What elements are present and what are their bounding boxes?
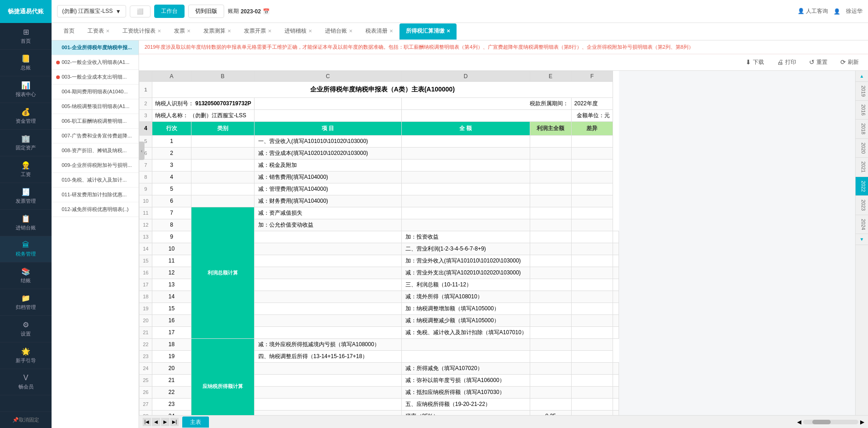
sidebar-item-finance[interactable]: 💰 资金管理: [0, 103, 52, 130]
line-number: 11: [152, 255, 191, 267]
left-panel-item-004[interactable]: 004-期间费用明细表(A1040...: [52, 85, 139, 99]
refresh-button[interactable]: ⟳ 刷新: [837, 57, 862, 68]
sidebar-item-settings[interactable]: ⚙ 设置: [0, 316, 52, 342]
download-icon: ⬇: [746, 58, 751, 66]
tab-invoice[interactable]: 发票 ✕: [168, 23, 197, 40]
reset-button[interactable]: ↺ 重置: [805, 57, 831, 68]
close-tab-purchase-audit[interactable]: ✕: [308, 29, 312, 34]
year-item-2020[interactable]: 2020: [856, 139, 868, 158]
close-tab-salary-stats[interactable]: ✕: [157, 29, 161, 34]
scroll-thumb[interactable]: [812, 420, 831, 424]
sidebar-item-label: 进销台账: [16, 224, 36, 231]
close-tab-invoice-open[interactable]: ✕: [268, 29, 272, 34]
service-btn[interactable]: 👤 人工客询: [798, 7, 828, 15]
sidebar-item-guide[interactable]: 🌟 新手引导: [0, 342, 52, 369]
sidebar-item-member[interactable]: V 畅会员: [0, 369, 52, 395]
left-panel-item-002[interactable]: 002-一般企业收入明细表(A1...: [52, 55, 139, 70]
sidebar-item-sales[interactable]: 📋 进销台账: [0, 210, 52, 236]
category-cell-empty: [254, 326, 401, 338]
tab-salary[interactable]: 工资表 ✕: [81, 23, 116, 40]
sheet-first-btn[interactable]: |◀: [143, 418, 151, 426]
item-cell: 税率（25%）: [401, 410, 530, 415]
year-item-2021[interactable]: 2021: [856, 158, 868, 177]
profit-cell: [571, 279, 613, 291]
close-tab-salary[interactable]: ✕: [106, 29, 110, 34]
year-item-2019[interactable]: 2019: [856, 82, 868, 101]
profit-cell: [571, 410, 613, 415]
close-tab-tax-forms[interactable]: ✕: [389, 29, 393, 34]
year-item-2022[interactable]: 2022: [856, 177, 868, 196]
year-scroll-down[interactable]: ▼: [856, 234, 868, 245]
switch-old-button[interactable]: 切到旧版: [188, 5, 224, 18]
tab-purchase-ledger[interactable]: 进销台账 ✕: [318, 23, 359, 40]
tab-home[interactable]: 首页: [57, 23, 81, 40]
workspace-button[interactable]: 工作台: [154, 5, 185, 18]
sidebar-item-salary[interactable]: 👷 工资: [0, 156, 52, 183]
close-tab-income-tax[interactable]: ✕: [446, 29, 450, 34]
print-button[interactable]: 🖨 打印: [773, 57, 800, 68]
tax-period-label: 税款所属期间：: [401, 97, 571, 109]
year-item-2018[interactable]: 2018: [856, 120, 868, 138]
sidebar-footer-pin[interactable]: 📌 取消固定: [0, 411, 52, 428]
row-num-1: 1: [139, 81, 152, 97]
left-panel-item-009[interactable]: 009-企业所得税附加补亏损明...: [52, 158, 139, 173]
item-cell: 减：纳税调整减少额（填写A105000）: [401, 314, 530, 326]
close-tab-invoice-calc[interactable]: ✕: [227, 29, 231, 34]
left-panel-item-010[interactable]: 010-免税、减计收入及加计...: [52, 173, 139, 188]
bottom-tab-main[interactable]: 主表: [182, 417, 209, 428]
left-panel-item-007[interactable]: 007-广告费和业务宣传费超降...: [52, 129, 139, 143]
left-panel-item-006[interactable]: 006-职工薪酬纳税调整明细...: [52, 114, 139, 129]
left-panel-item-008[interactable]: 008-资产折旧、摊销及纳税...: [52, 143, 139, 158]
sidebar-item-reports[interactable]: 📊 报表中心: [0, 76, 52, 103]
diff-cell: [571, 219, 613, 231]
tab-invoice-calc[interactable]: 发票测算 ✕: [197, 23, 237, 40]
year-item-2023[interactable]: 2023: [856, 196, 868, 215]
tab-income-tax[interactable]: 所得税汇算清缴 ✕: [399, 23, 457, 40]
download-button[interactable]: ⬇ 下载: [742, 57, 768, 68]
category-cell-empty: [254, 362, 401, 374]
sheet-last-btn[interactable]: ▶|: [170, 418, 179, 426]
left-panel-item-005[interactable]: 005-纳税调整项目明细表(A1...: [52, 99, 139, 114]
tab-invoice-open[interactable]: 发票开票 ✕: [237, 23, 278, 40]
profit-cell: [571, 267, 613, 279]
panel-toggle-button[interactable]: ‹: [139, 142, 145, 160]
sheet-next-btn[interactable]: ▶: [161, 418, 169, 426]
tab-salary-stats[interactable]: 工资统计报表 ✕: [116, 23, 168, 40]
amount-cell: 0.25: [530, 410, 571, 415]
left-panel-item-001[interactable]: 001-企业所得税年度纳税申报...: [52, 40, 139, 55]
left-panel-item-003[interactable]: 003-一般企业成本支出明细...: [52, 70, 139, 85]
sheet-prev-btn[interactable]: ◀: [152, 418, 160, 426]
tab-tax-forms[interactable]: 税表清册 ✕: [359, 23, 399, 40]
sidebar-item-assets[interactable]: 🏢 固定资产: [0, 130, 52, 156]
sidebar-item-tax[interactable]: 🏛 税务管理: [0, 236, 52, 263]
scroll-right-icon[interactable]: ▶: [860, 419, 864, 425]
year-scroll-up[interactable]: ▲: [856, 71, 868, 82]
sidebar-item-home[interactable]: ⊞ 首页: [0, 23, 52, 50]
left-panel-item-011[interactable]: 011-研发费用加计扣除优惠...: [52, 188, 139, 202]
status-dot-008: [56, 149, 60, 153]
tab-purchase-audit[interactable]: 进销稽核 ✕: [278, 23, 318, 40]
amount-cell: [401, 171, 530, 183]
year-item-2024[interactable]: 2024: [856, 215, 868, 234]
profit-cell: [571, 386, 613, 398]
scroll-bar-horizontal[interactable]: [803, 420, 858, 424]
table-row: 2218应纳税所得额计算减：境外应税所得抵减境内亏损（填写A108000）: [139, 338, 619, 350]
sidebar-item-archive[interactable]: 📁 归档管理: [0, 289, 52, 316]
close-tab-purchase-ledger[interactable]: ✕: [349, 29, 353, 34]
table-row: 84减：销售费用(填写A104000): [139, 171, 619, 183]
calendar-icon[interactable]: 📅: [263, 8, 270, 15]
copy-button[interactable]: ⬜: [130, 6, 150, 17]
table-wrapper[interactable]: A B C D E F 1 企业所: [139, 71, 855, 416]
sidebar-item-ledger[interactable]: 📒 总账: [0, 50, 52, 76]
scroll-left-icon[interactable]: ◀: [797, 419, 801, 425]
sidebar-item-invoice[interactable]: 🧾 发票管理: [0, 183, 52, 210]
line-number: 3: [152, 159, 191, 171]
close-tab-invoice[interactable]: ✕: [187, 29, 191, 34]
company-selector[interactable]: (勿删) 江西服宝-LSS ▼: [57, 5, 126, 17]
profit-cell: [530, 135, 571, 147]
amount-cell: [530, 362, 571, 374]
year-item-2016[interactable]: 2016: [856, 101, 868, 120]
left-panel-item-012[interactable]: 012-减免所得税优惠明细表(..): [52, 202, 139, 217]
notice-text: 2019年度涉及取以前年度结转数据的申报表单元格需要手工维护正确，才能保证本年及…: [145, 44, 694, 50]
sidebar-item-settlement[interactable]: 📚 结账: [0, 263, 52, 289]
